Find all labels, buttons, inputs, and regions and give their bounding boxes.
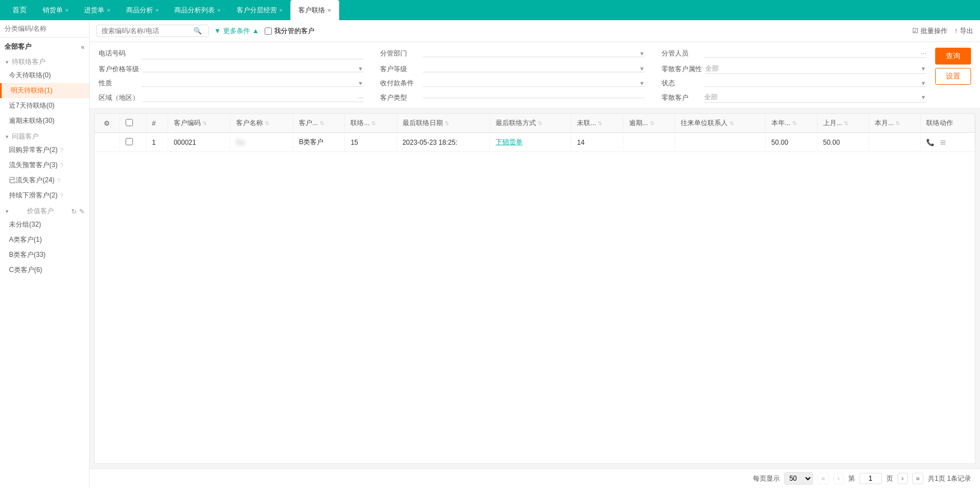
filter-status-select[interactable]: ▼	[704, 80, 926, 87]
filter-icon: ▼	[214, 27, 221, 35]
sidebar-item-declining[interactable]: 持续下滑客户(2) ?	[0, 188, 89, 203]
chevron-down-icon: ▼	[639, 50, 645, 57]
sort-icon[interactable]: ⇅	[598, 120, 602, 126]
nav-tab-sales[interactable]: 销货单 ×	[35, 0, 76, 20]
filter-retail-customer-select[interactable]: 全部 ▼	[704, 93, 926, 103]
edit-icon[interactable]: ✎	[79, 208, 85, 215]
sort-icon[interactable]: ⇅	[844, 120, 848, 126]
filter-row-1: 电话号码 分管部门 ▼ 分管人员	[99, 48, 926, 59]
my-customers-check[interactable]	[265, 27, 272, 35]
nav-tab-analysis[interactable]: 商品分析 ×	[118, 0, 167, 20]
sort-icon[interactable]: ⇅	[538, 120, 542, 126]
filter-label-dept: 分管部门	[380, 49, 419, 58]
sidebar-item-today[interactable]: 今天待联络(0)	[0, 68, 89, 83]
pagination-bar: 每页显示 50 100 200 « ‹ 第 页 › » 共1页 1条记录	[90, 468, 980, 488]
close-icon[interactable]: ×	[107, 7, 110, 13]
page-input[interactable]	[859, 473, 882, 484]
nav-tab-customer-tier[interactable]: 客户分层经营 ×	[229, 0, 290, 20]
sidebar-item-churn-warning[interactable]: 流失预警客户(3) ?	[0, 158, 89, 173]
info-icon[interactable]: ?	[57, 177, 60, 184]
nav-home[interactable]: 首页	[4, 0, 35, 20]
sort-icon[interactable]: ⇅	[792, 120, 797, 126]
last-page-btn[interactable]: »	[912, 473, 924, 484]
sidebar-item-class-c[interactable]: C类客户(6)	[0, 263, 89, 278]
filter-customer-type-select[interactable]	[423, 98, 645, 98]
td-this-month	[869, 133, 921, 152]
export-btn[interactable]: ↑ 导出	[954, 26, 973, 36]
chevron-down-icon: ▼	[358, 66, 363, 72]
sort-icon[interactable]: ⇅	[371, 120, 376, 126]
sort-icon[interactable]: ⇅	[265, 120, 269, 126]
td-contact-person	[674, 133, 765, 152]
settings-icon[interactable]: ⚙	[104, 119, 110, 127]
th-contact-person: 往来单位联系人 ⇅	[674, 114, 765, 133]
next-page-btn[interactable]: ›	[898, 473, 908, 484]
filter-cell-customer-type: 客户类型	[380, 93, 645, 103]
sort-icon[interactable]: ⇅	[895, 120, 900, 126]
action-more-icon[interactable]: ⊞	[940, 139, 946, 146]
sidebar-all-customers[interactable]: 全部客户 «	[0, 38, 89, 54]
last-contact-way-link[interactable]: 下销货单	[496, 138, 523, 146]
prev-page-btn[interactable]: ‹	[834, 473, 844, 484]
filter-region-select[interactable]: ···	[142, 94, 363, 102]
sidebar-item-ungrouped[interactable]: 未分组(32)	[0, 217, 89, 232]
sort-icon[interactable]: ⇅	[650, 120, 654, 126]
search-icon[interactable]: 🔍	[193, 27, 202, 35]
filter-dept-select[interactable]: ▼	[423, 50, 645, 57]
filter-cell-region: 区域（地区） ···	[99, 93, 363, 103]
filter-price-level-select[interactable]: ▼	[142, 66, 363, 72]
sidebar-search-input[interactable]	[4, 25, 89, 33]
close-icon[interactable]: ×	[65, 7, 68, 13]
filter-row-3: 性质 ▼ 收付款条件 ▼	[99, 79, 926, 88]
close-icon[interactable]: ×	[217, 7, 220, 13]
sidebar-item-7days[interactable]: 近7天待联络(0)	[0, 98, 89, 113]
collapse-icon[interactable]: «	[81, 43, 85, 51]
batch-ops-btn[interactable]: ☑ 批量操作	[912, 26, 947, 36]
search-input[interactable]	[101, 27, 191, 35]
nav-tab-analysis-list[interactable]: 商品分析列表 ×	[167, 0, 228, 20]
close-icon[interactable]: ×	[279, 7, 283, 13]
filter-action-btns: 查询 设置	[935, 48, 971, 103]
info-icon[interactable]: ?	[60, 192, 63, 199]
close-icon[interactable]: ×	[327, 7, 331, 13]
my-customers-checkbox[interactable]: 我分管的客户	[265, 26, 315, 36]
reset-button[interactable]: 设置	[935, 68, 971, 85]
refresh-icon[interactable]: ↻	[71, 208, 77, 215]
filter-customer-level-select[interactable]: ▼	[423, 66, 645, 72]
nav-tab-customer-contact[interactable]: 客户联络 ×	[290, 0, 339, 20]
th-overdue: 逾期... ⇅	[623, 114, 674, 133]
first-page-btn[interactable]: «	[817, 473, 829, 484]
filter-payment-select[interactable]: ▼	[423, 80, 645, 87]
td-overdue	[623, 133, 674, 152]
nav-tab-purchase[interactable]: 进货单 ×	[76, 0, 118, 20]
filter-nature-select[interactable]: ▼	[141, 80, 363, 87]
info-icon[interactable]: ?	[60, 147, 63, 154]
sidebar-item-class-a[interactable]: A类客户(1)	[0, 232, 89, 247]
sort-icon[interactable]: ⇅	[202, 120, 207, 126]
td-index: 1	[146, 133, 168, 152]
td-uncontacted: 14	[571, 133, 623, 152]
sidebar-item-class-b[interactable]: B类客户(33)	[0, 247, 89, 263]
th-this-month: 本月... ⇅	[869, 114, 921, 133]
sort-icon[interactable]: ⇅	[320, 120, 324, 126]
sidebar-item-churned[interactable]: 已流失客户(24) ?	[0, 173, 89, 188]
action-phone-icon[interactable]: 📞	[926, 139, 935, 146]
info-icon[interactable]: ?	[60, 162, 63, 169]
sort-icon[interactable]: ⇅	[729, 120, 734, 126]
sort-icon[interactable]: ⇅	[445, 120, 449, 126]
filter-retail-attr-select[interactable]: 全部 ▼	[705, 64, 926, 74]
close-icon[interactable]: ×	[155, 7, 159, 13]
row-checkbox[interactable]	[126, 138, 133, 145]
filter-btn[interactable]: ▼ 更多条件 ▲	[214, 26, 259, 36]
sidebar-item-repurchase-anomaly[interactable]: 回购异常客户(2) ?	[0, 142, 89, 158]
select-all-checkbox[interactable]	[126, 119, 133, 126]
per-page-select[interactable]: 50 100 200	[784, 472, 813, 485]
query-button[interactable]: 查询	[935, 48, 971, 65]
sidebar-item-overdue[interactable]: 逾期未联络(30)	[0, 113, 89, 128]
filter-input-phone[interactable]	[141, 48, 363, 59]
sidebar-item-tomorrow[interactable]: 明天待联络(1)	[0, 83, 89, 98]
all-customers-label: 全部客户	[4, 42, 31, 52]
filter-cell-nature: 性质 ▼	[99, 79, 363, 88]
td-settings	[95, 133, 119, 152]
filter-manager-select[interactable]: ···	[704, 49, 926, 58]
